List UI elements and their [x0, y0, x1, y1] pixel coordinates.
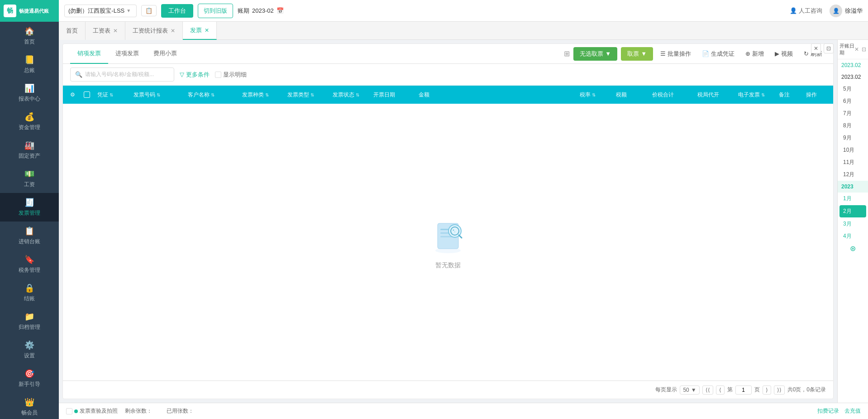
sub-tab-expense[interactable]: 费用小票 — [146, 44, 184, 64]
sidebar-item-invoice[interactable]: 🧾 发票管理 — [0, 193, 59, 222]
sidebar-item-member[interactable]: 👑 畅会员 — [0, 393, 59, 419]
payroll-icon: 💵 — [24, 169, 34, 179]
panel-maximize-btn[interactable]: ⊡ — [824, 43, 834, 53]
sidebar-item-home[interactable]: 🏠 首页 — [0, 22, 59, 50]
period-panel-title: 开账日期 — [839, 43, 854, 56]
fetch-btn[interactable]: 取票 ▼ — [621, 47, 653, 61]
tab-invoice-close[interactable]: ✕ — [205, 27, 209, 34]
generate-voucher-icon: 📄 — [702, 50, 709, 57]
status-check-checkbox[interactable] — [66, 408, 72, 414]
search-input[interactable]: 🔍 请输入号码/名称/金额/税额... — [70, 67, 174, 82]
period-month-2[interactable]: 2月 — [839, 205, 866, 217]
period-scroll-down-icon[interactable]: ⊛ — [850, 244, 856, 253]
period-year-2023-label[interactable]: 2023 — [838, 181, 868, 193]
user-menu[interactable]: 👤 徐溢华 — [830, 5, 863, 17]
sidebar-item-archive[interactable]: 📁 归档管理 — [0, 307, 59, 336]
grid-view-icon[interactable]: ⊞ — [564, 49, 570, 58]
sidebar-label-home: 首页 — [24, 38, 35, 46]
period-month-12[interactable]: 12月 — [838, 169, 868, 181]
tab-payroll-stats[interactable]: 工资统计报表 ✕ — [125, 22, 183, 40]
batch-action-btn[interactable]: ☰ 批量操作 — [657, 48, 695, 60]
sidebar-item-sales[interactable]: 📋 进销台账 — [0, 222, 59, 250]
period-month-9[interactable]: 9月 — [838, 132, 868, 144]
sub-tab-sales-invoice[interactable]: 销项发票 — [70, 44, 108, 64]
th-settings[interactable]: ⚙ — [67, 92, 80, 98]
show-detail-checkbox[interactable] — [215, 72, 221, 78]
th-e-invoice-sort-icon[interactable]: ⇅ — [761, 92, 765, 97]
period-month-7[interactable]: 7月 — [838, 107, 868, 120]
period-year-2023-top[interactable]: 2023.02 — [838, 59, 868, 71]
period-scroll-down[interactable]: ⊛ — [838, 242, 868, 255]
period-month-10[interactable]: 10月 — [838, 144, 868, 156]
last-page-btn[interactable]: ⟩⟩ — [774, 385, 785, 395]
sidebar-item-settings[interactable]: ⚙️ 设置 — [0, 336, 59, 364]
th-invoice-type-sort-icon[interactable]: ⇅ — [265, 92, 269, 97]
video-btn[interactable]: ▶ 视频 — [771, 48, 796, 60]
page-label2: 页 — [754, 386, 760, 394]
sidebar-item-report[interactable]: 📊 报表中心 — [0, 79, 59, 107]
next-page-btn[interactable]: ⟩ — [763, 385, 771, 395]
sidebar-label-archive: 归档管理 — [19, 323, 40, 331]
sidebar-item-closing[interactable]: 🔒 结账 — [0, 279, 59, 307]
no-select-btn[interactable]: 无选取票 ▼ — [573, 47, 617, 61]
more-conditions-btn[interactable]: ▽ 更多条件 — [180, 71, 210, 79]
prev-page-btn[interactable]: ⟨ — [716, 385, 725, 395]
page-size-select[interactable]: 50 ▼ — [680, 385, 699, 395]
th-checkbox[interactable] — [84, 92, 90, 98]
period-month-1[interactable]: 1月 — [838, 193, 868, 205]
empty-state: 暂无数据 — [63, 104, 833, 380]
company-selector[interactable]: (勿删）江西股宝-LSS ▼ — [64, 5, 137, 17]
th-check[interactable] — [80, 92, 94, 98]
th-tax-rate-sort-icon[interactable]: ⇅ — [592, 92, 596, 97]
panel-close-btn[interactable]: ✕ — [811, 43, 821, 53]
sales-icon: 📋 — [24, 226, 34, 236]
period-month-8[interactable]: 8月 — [838, 120, 868, 132]
period-month-6[interactable]: 6月 — [838, 95, 868, 107]
copy-btn[interactable]: 📋 — [141, 5, 157, 16]
sub-tab-purchase-invoice[interactable]: 进项发票 — [108, 44, 146, 64]
tab-payroll-stats-close[interactable]: ✕ — [171, 28, 175, 34]
tab-invoice-label: 发票 — [190, 26, 202, 34]
tab-payroll[interactable]: 工资表 ✕ — [86, 22, 125, 40]
check-label: 发票查验及拍照 — [80, 407, 118, 415]
recharge-link[interactable]: 去充值 — [844, 407, 861, 415]
sidebar-item-fixed-assets[interactable]: 🏭 固定资产 — [0, 136, 59, 164]
period-close-btn[interactable]: ✕ — [854, 46, 859, 53]
th-voucher-sort-icon[interactable]: ⇅ — [110, 92, 113, 97]
workbench-btn[interactable]: 工作台 — [161, 4, 193, 18]
sidebar-item-fund[interactable]: 💰 资金管理 — [0, 107, 59, 136]
sidebar-item-ledger[interactable]: 📒 总账 — [0, 50, 59, 79]
period-month-3[interactable]: 3月 — [838, 218, 868, 230]
period-month-4[interactable]: 4月 — [838, 230, 868, 242]
member-icon: 👑 — [24, 397, 34, 407]
sidebar-item-tax[interactable]: 🔖 税务管理 — [0, 250, 59, 279]
period-month-11[interactable]: 11月 — [838, 156, 868, 169]
sub-tab-purchase-label: 进项发票 — [115, 49, 139, 58]
th-invoice-no-sort-icon[interactable]: ⇅ — [157, 92, 160, 97]
th-customer-sort-icon[interactable]: ⇅ — [211, 92, 215, 97]
show-detail-toggle[interactable]: 显示明细 — [215, 71, 247, 79]
new-btn[interactable]: ⊕ 新增 — [742, 48, 768, 60]
tab-payroll-close[interactable]: ✕ — [113, 28, 118, 34]
generate-voucher-btn[interactable]: 📄 生成凭证 — [698, 48, 738, 60]
service-btn[interactable]: 👤 人工咨询 — [790, 7, 822, 15]
th-invoice-status-sort-icon[interactable]: ⇅ — [356, 92, 359, 97]
panel-controls: ✕ ⊡ — [811, 43, 834, 53]
tab-home[interactable]: 首页 — [59, 22, 86, 40]
sidebar: 畅 畅捷通易代账 🏠 首页 📒 总账 📊 报表中心 💰 资金管理 🏭 固定资产 … — [0, 0, 59, 419]
sidebar-item-payroll[interactable]: 💵 工资 — [0, 164, 59, 193]
sidebar-label-guide: 新手引导 — [19, 380, 40, 388]
fee-record-link[interactable]: 扣费记录 — [817, 407, 839, 415]
period-month-5[interactable]: 5月 — [838, 83, 868, 95]
period-maximize-btn[interactable]: ⊡ — [862, 46, 866, 53]
closing-icon: 🔒 — [24, 283, 34, 293]
switch-version-btn[interactable]: 切到旧版 — [198, 4, 233, 18]
tab-invoice[interactable]: 发票 ✕ — [183, 22, 217, 40]
sidebar-item-guide[interactable]: 🎯 新手引导 — [0, 364, 59, 393]
th-invoice-cat-sort-icon[interactable]: ⇅ — [310, 92, 314, 97]
first-page-btn[interactable]: ⟨⟨ — [702, 385, 713, 395]
period-year-2023-second[interactable]: 2023.02 — [838, 71, 868, 83]
period-calendar-icon[interactable]: 📅 — [277, 7, 284, 14]
page-number-input[interactable] — [735, 385, 752, 395]
page-size-label: 每页显示 — [655, 386, 677, 394]
